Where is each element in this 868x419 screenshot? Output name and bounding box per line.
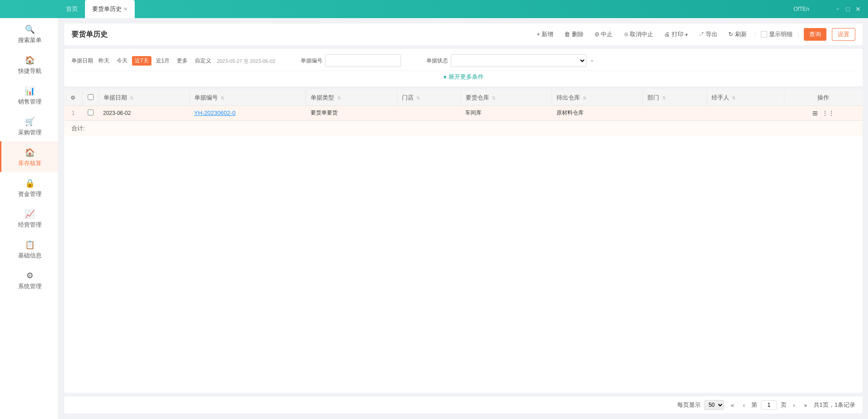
next-page-btn[interactable]: › [790,401,797,409]
window-close-icon[interactable]: ✕ [855,5,861,13]
expand-more-btn[interactable]: ▾ 展开更多条件 [443,73,484,81]
filter-bill-no-label: 单据编号 [301,57,322,65]
date-option-custom[interactable]: 自定义 [192,56,214,66]
sidebar: 🔍 搜索菜单 🏠 快捷导航 📊 销售管理 🛒 采购管理 🏠 库存核算 🔒 资金管… [0,18,59,419]
col-settings[interactable]: ⚙ [64,90,82,106]
page-input[interactable] [761,400,777,409]
col-dest-warehouse[interactable]: 待出仓库 ⇅ [552,90,643,106]
col-dest-warehouse-sort-icon: ⇅ [583,95,586,100]
cell-store [397,106,461,120]
filter-date-range-text: 2023-05-27 至 2023-06-02 [217,58,275,65]
col-bill-type[interactable]: 单据类型 ⇅ [306,90,397,106]
query-button[interactable]: 查询 [804,28,826,41]
sidebar-item-purchase[interactable]: 🛒 采购管理 [0,110,58,141]
expand-icon: ▾ [443,74,447,81]
display-detail-checkbox[interactable] [761,31,767,38]
sales-icon: 📊 [25,86,35,96]
row-view-icon[interactable]: ⊞ [812,110,818,117]
cell-bill-no[interactable]: YH-20230602-0 [189,106,306,120]
maximize-icon[interactable]: □ [846,5,850,13]
col-date[interactable]: 单据日期 ⇅ [99,90,189,106]
settings-button[interactable]: 设置 [832,28,855,41]
minimize-icon[interactable]: － [835,5,841,13]
filter-bar: 单据日期 昨天 今天 近7天 近1月 更多 自定义 2023-05-27 至 2… [64,49,863,86]
sidebar-item-system[interactable]: ⚙ 系统管理 [0,264,58,295]
sidebar-basic-info-label: 基础信息 [18,252,42,260]
col-store-label: 门店 [402,94,414,101]
cell-actions: ⊞ ⋮⋮ [784,106,863,120]
col-handler-label: 经手人 [712,94,729,101]
sidebar-item-operations[interactable]: 📈 经营管理 [0,203,58,233]
row-checkbox[interactable] [88,110,94,115]
col-department-sort-icon: ⇅ [662,95,666,100]
date-option-7days[interactable]: 近7天 [132,56,151,66]
cancel-stop-label: ⊙ 取消中止 [624,30,654,38]
row-more-icon[interactable]: ⋮⋮ [822,110,835,117]
sidebar-item-basic-info[interactable]: 📋 基础信息 [0,233,58,264]
sidebar-search-menu-label: 搜索菜单 [18,36,42,44]
print-button[interactable]: 🖨 打印 ▾ [661,29,690,40]
sidebar-item-inventory[interactable]: 🏠 库存核算 [0,141,58,172]
sidebar-system-label: 系统管理 [18,282,42,290]
settings-label: 设置 [838,30,849,38]
sidebar-item-search-menu[interactable]: 🔍 搜索菜单 [0,18,58,49]
expand-label: 展开更多条件 [448,73,484,81]
bill-no-link[interactable]: YH-20230602-0 [194,110,236,116]
finance-icon: 🔒 [25,178,35,188]
tab-requisition-history[interactable]: 要货单历史 ✕ [85,0,135,18]
per-page-select[interactable]: 50 [704,400,724,410]
col-handler[interactable]: 经手人 ⇅ [707,90,784,106]
search-menu-icon: 🔍 [25,24,35,34]
sidebar-item-sales[interactable]: 📊 销售管理 [0,80,58,110]
cell-dest-warehouse: 原材料仓库 [552,106,643,120]
select-all-checkbox[interactable] [88,94,94,100]
sidebar-purchase-label: 采购管理 [18,129,42,137]
filter-status-label: 单据状态 [426,57,448,65]
tab-home[interactable]: 首页 [59,0,85,18]
display-detail-toggle[interactable]: 显示明细 [761,30,793,38]
print-dropdown-icon[interactable]: ▾ [685,32,688,37]
date-option-yesterday[interactable]: 昨天 [96,56,112,66]
refresh-button[interactable]: ↻ 刷新 [726,29,750,40]
page-title: 要货单历史 [71,30,108,39]
table-container: ⚙ 单据日期 ⇅ 单据编号 ⇅ 单据类型 [64,90,863,393]
filter-status-select[interactable] [451,54,586,67]
col-store[interactable]: 门店 ⇅ [397,90,461,106]
sidebar-item-finance[interactable]: 🔒 资金管理 [0,172,58,203]
col-req-warehouse-sort-icon: ⇅ [492,95,495,100]
new-button[interactable]: + 新增 [534,29,556,40]
refresh-label: ↻ 刷新 [728,30,747,38]
stop-button[interactable]: ⊘ 中止 [592,29,616,40]
data-table: ⚙ 单据日期 ⇅ 单据编号 ⇅ 单据类型 [64,90,863,120]
top-bar-right: － □ ✕ [835,5,861,13]
prev-page-btn[interactable]: ‹ [741,401,748,409]
cancel-stop-button[interactable]: ⊙ 取消中止 [621,29,656,40]
page-header: 要货单历史 + 新增 🗑 删除 ⊘ 中止 ⊙ 取消中止 🖨 打印 ▾ [64,24,863,45]
delete-button[interactable]: 🗑 删除 [561,29,586,40]
tab-close-icon[interactable]: ✕ [123,6,127,12]
stop-label: ⊘ 中止 [594,30,613,38]
cell-checkbox[interactable] [82,106,99,120]
filter-status-group: 单据状态 ▾ [426,54,855,67]
col-handler-sort-icon: ⇅ [732,95,736,100]
last-page-btn[interactable]: » [801,401,810,409]
date-option-1month[interactable]: 近1月 [153,56,173,66]
sidebar-item-quick-nav[interactable]: 🏠 快捷导航 [0,49,58,80]
date-option-more[interactable]: 更多 [174,56,190,66]
table-header-row: ⚙ 单据日期 ⇅ 单据编号 ⇅ 单据类型 [64,90,863,106]
col-date-sort-icon: ⇅ [130,95,133,100]
total-info: 共1页，1条记录 [814,401,855,409]
date-option-today[interactable]: 今天 [114,56,130,66]
filter-date-options: 昨天 今天 近7天 近1月 更多 自定义 [96,56,214,66]
col-bill-no[interactable]: 单据编号 ⇅ [189,90,306,106]
col-req-warehouse[interactable]: 要货仓库 ⇅ [461,90,552,106]
col-bill-no-label: 单据编号 [194,94,218,101]
table-footer: 合计: [64,120,863,136]
col-department[interactable]: 部门 ⇅ [643,90,707,106]
first-page-btn[interactable]: « [728,401,736,409]
filter-bill-no-input[interactable] [325,54,401,67]
system-icon: ⚙ [26,271,33,281]
query-label: 查询 [809,30,821,38]
sidebar-quick-nav-label: 快捷导航 [18,67,42,75]
export-button[interactable]: ↗ 导出 [696,29,721,40]
